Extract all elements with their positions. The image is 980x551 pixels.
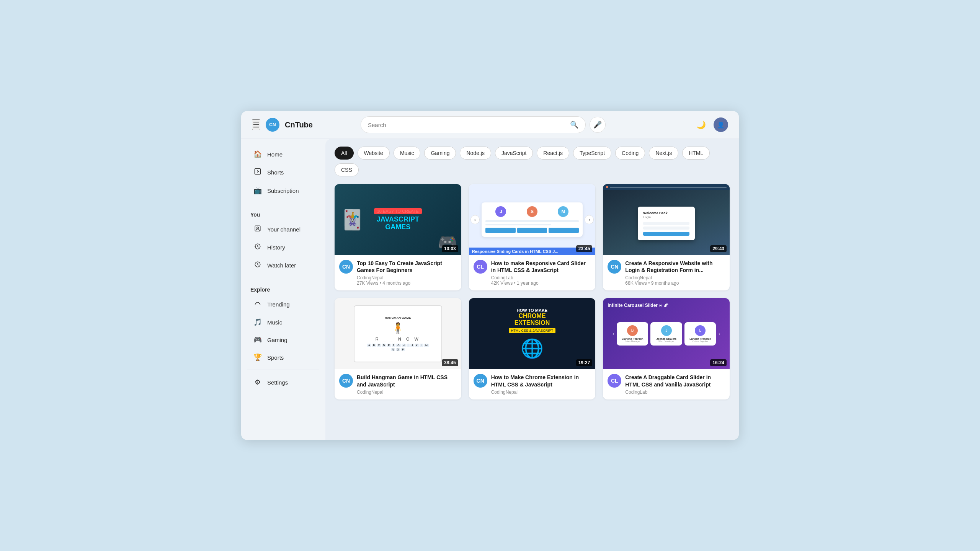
video-thumbnail: HANGMAN GAME 🧍 R _ _ N O W ABCDEFGHIJKLM…: [335, 298, 461, 369]
filter-chip-typescript[interactable]: TypeScript: [573, 147, 611, 160]
video-card-info: CN How to Make Chrome Extension in HTML …: [469, 369, 596, 399]
svg-rect-0: [255, 169, 261, 174]
video-duration: 10:03: [442, 245, 458, 252]
trending-icon: [253, 300, 262, 309]
channel-avatar[interactable]: CN: [339, 374, 353, 388]
logo-icon: CN: [266, 118, 279, 132]
video-card-v6[interactable]: Infinite Carousel Slider ∞ 🖇 ‹ B Blanche…: [603, 298, 730, 399]
app-container: ☰ CN CnTube 🔍 🎤 🌙 👤 🏠 Home: [241, 111, 739, 440]
video-thumbnail: 🃏 10 EASY TO CREATE JAVASCRIPTGAMES 🎮 10…: [335, 184, 461, 255]
channel-avatar[interactable]: CN: [339, 260, 353, 274]
user-avatar-button[interactable]: 👤: [714, 117, 728, 132]
sidebar-item-your-channel[interactable]: Your channel: [244, 221, 322, 238]
sidebar-item-history[interactable]: History: [244, 239, 322, 256]
video-duration: 38:45: [442, 359, 458, 366]
sidebar-item-watch-later[interactable]: Watch later: [244, 257, 322, 274]
sidebar-item-music[interactable]: 🎵 Music: [244, 314, 322, 331]
video-card-info: CL How to make Responsive Card Slider in…: [469, 255, 596, 290]
video-card-v2[interactable]: ‹ J S M › Responsive Slid: [469, 184, 596, 290]
sidebar-item-settings[interactable]: ⚙ Settings: [244, 374, 322, 391]
video-title: How to Make Chrome Extension in HTML CSS…: [491, 374, 591, 388]
video-channel: CodingLab42K Views • 1 year ago: [491, 275, 591, 286]
video-channel: CodingLab: [625, 390, 725, 395]
filter-chip-all[interactable]: All: [335, 147, 354, 160]
sidebar-label-settings: Settings: [267, 379, 288, 386]
explore-section-label: Explore: [241, 282, 325, 295]
channel-avatar[interactable]: CL: [474, 260, 487, 274]
video-card-v3[interactable]: Welcome BackLogin 29:43 CN Create A Resp…: [603, 184, 730, 290]
shorts-icon: [253, 168, 262, 177]
channel-avatar[interactable]: CN: [608, 260, 621, 274]
sidebar-label-history: History: [267, 244, 285, 251]
video-card-text: How to make Responsive Card Slider in HT…: [491, 260, 591, 286]
main-content: AllWebsiteMusicGamingNode.jsJavaScriptRe…: [325, 139, 739, 440]
slider-arrow-left[interactable]: ‹: [470, 215, 480, 224]
sidebar-item-gaming[interactable]: 🎮 Gaming: [244, 331, 322, 348]
sidebar-item-trending[interactable]: Trending: [244, 296, 322, 313]
video-duration: 16:24: [710, 359, 727, 366]
sidebar: 🏠 Home Shorts 📺 Subscription You Your ch…: [241, 139, 325, 440]
home-icon: 🏠: [253, 150, 262, 158]
video-thumbnail: Infinite Carousel Slider ∞ 🖇 ‹ B Blanche…: [603, 298, 730, 369]
video-card-v4[interactable]: HANGMAN GAME 🧍 R _ _ N O W ABCDEFGHIJKLM…: [335, 298, 461, 399]
your-channel-icon: [253, 225, 262, 234]
sidebar-label-music: Music: [267, 319, 282, 326]
channel-avatar[interactable]: CL: [608, 374, 621, 388]
filter-chip-reactjs[interactable]: React.js: [537, 147, 569, 160]
video-title: Top 10 Easy To Create JavaScript Games F…: [357, 260, 457, 274]
filter-chip-nodejs[interactable]: Node.js: [460, 147, 491, 160]
video-thumbnail: HOW TO MAKE CHROME EXTENSION HTML CSS & …: [469, 298, 596, 369]
history-icon: [253, 243, 262, 252]
subscription-icon: 📺: [253, 186, 262, 195]
video-channel: CodingNepal: [357, 390, 457, 395]
sidebar-label-shorts: Shorts: [267, 169, 284, 176]
video-card-info: CL Create A Draggable Card Slider in HTM…: [603, 369, 730, 399]
sidebar-item-subscription[interactable]: 📺 Subscription: [244, 182, 322, 199]
filter-chip-nextjs[interactable]: Next.js: [649, 147, 678, 160]
video-channel: CodingNepal: [491, 390, 591, 395]
video-card-text: How to Make Chrome Extension in HTML CSS…: [491, 374, 591, 395]
gaming-icon: 🎮: [253, 336, 262, 344]
channel-avatar[interactable]: CN: [474, 374, 487, 388]
dark-mode-button[interactable]: 🌙: [694, 117, 708, 132]
music-icon: 🎵: [253, 318, 262, 326]
sports-icon: 🏆: [253, 353, 262, 362]
body: 🏠 Home Shorts 📺 Subscription You Your ch…: [241, 139, 739, 440]
video-title: Create A Draggable Card Slider in HTML C…: [625, 374, 725, 388]
search-bar: 🔍 🎤: [361, 116, 606, 133]
sidebar-item-home[interactable]: 🏠 Home: [244, 146, 322, 163]
sidebar-divider-2: [247, 278, 319, 278]
filter-chip-css[interactable]: CSS: [335, 163, 359, 176]
slider-arrow-right[interactable]: ›: [585, 215, 594, 224]
video-channel: CodingNepal27K Views • 4 months ago: [357, 275, 457, 286]
sidebar-label-home: Home: [267, 151, 283, 158]
search-input[interactable]: [368, 122, 566, 128]
video-duration: 19:27: [576, 359, 593, 366]
mic-button[interactable]: 🎤: [590, 117, 606, 133]
header-right: 🌙 👤: [694, 117, 728, 132]
filter-chip-music[interactable]: Music: [394, 147, 421, 160]
sidebar-divider-3: [247, 370, 319, 370]
sidebar-item-sports[interactable]: 🏆 Sports: [244, 349, 322, 366]
menu-button[interactable]: ☰: [252, 119, 260, 130]
sidebar-label-gaming: Gaming: [267, 337, 287, 343]
app-name: CnTube: [285, 121, 313, 129]
sidebar-label-subscription: Subscription: [267, 187, 299, 194]
video-thumbnail: Welcome BackLogin 29:43: [603, 184, 730, 255]
filter-chip-coding[interactable]: Coding: [615, 147, 645, 160]
video-card-text: Build Hangman Game in HTML CSS and JavaS…: [357, 374, 457, 395]
filter-chip-javascript[interactable]: JavaScript: [495, 147, 533, 160]
search-button[interactable]: 🔍: [570, 121, 578, 129]
sidebar-label-watch-later: Watch later: [267, 262, 296, 269]
video-card-info: CN Create A Responsive Website with Logi…: [603, 255, 730, 290]
filter-chip-html[interactable]: HTML: [682, 147, 710, 160]
video-grid: 🃏 10 EASY TO CREATE JAVASCRIPTGAMES 🎮 10…: [335, 184, 730, 399]
filter-chips: AllWebsiteMusicGamingNode.jsJavaScriptRe…: [335, 147, 730, 176]
video-thumbnail: ‹ J S M › Responsive Slid: [469, 184, 596, 255]
filter-chip-gaming[interactable]: Gaming: [424, 147, 456, 160]
sidebar-item-shorts[interactable]: Shorts: [244, 163, 322, 181]
video-card-v5[interactable]: HOW TO MAKE CHROME EXTENSION HTML CSS & …: [469, 298, 596, 399]
video-title: Build Hangman Game in HTML CSS and JavaS…: [357, 374, 457, 388]
video-card-v1[interactable]: 🃏 10 EASY TO CREATE JAVASCRIPTGAMES 🎮 10…: [335, 184, 461, 290]
filter-chip-website[interactable]: Website: [358, 147, 390, 160]
